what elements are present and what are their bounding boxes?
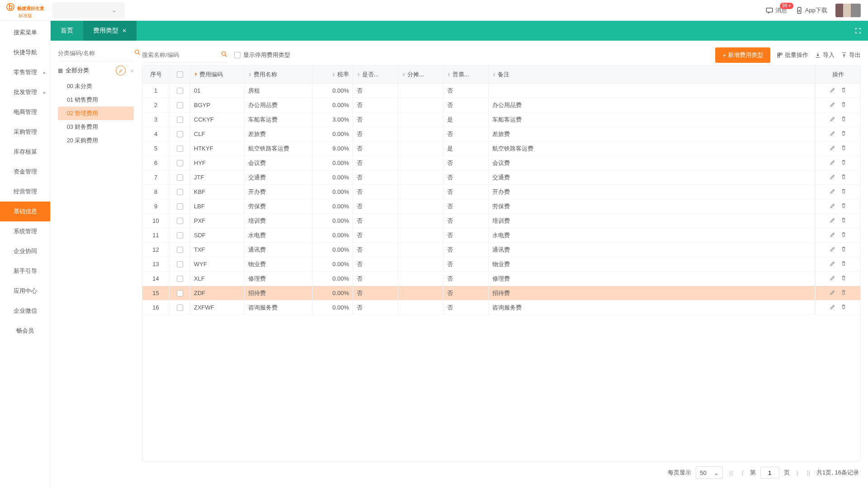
category-all-label[interactable]: 全部分类 — [66, 66, 113, 75]
sidebar-item[interactable]: 快捷导航 — [0, 42, 50, 62]
edit-row-button[interactable] — [830, 188, 836, 196]
table-row[interactable]: 15ZDF招待费0.00%否否招待费 — [142, 286, 860, 300]
cell-checkbox[interactable] — [170, 84, 190, 98]
show-disabled-checkbox[interactable]: 显示停用费用类型 — [234, 51, 290, 59]
sidebar-item[interactable]: 批发管理▸ — [0, 82, 50, 102]
edit-row-button[interactable] — [830, 246, 836, 253]
col-bool2[interactable]: ▲▼分摊... — [398, 66, 443, 83]
sidebar-item[interactable]: 经营管理 — [0, 182, 50, 202]
col-rate[interactable]: ▲▼税率 — [312, 66, 353, 83]
table-row[interactable]: 3CCKYF车船客运费3.00%否是车船客运费 — [142, 113, 860, 127]
table-row[interactable]: 6HYF会议费0.00%否否会议费 — [142, 156, 860, 170]
delete-row-button[interactable] — [840, 159, 847, 167]
edit-row-button[interactable] — [830, 260, 836, 268]
table-row[interactable]: 10PXF培训费0.00%否否培训费 — [142, 214, 860, 228]
edit-row-button[interactable] — [830, 202, 836, 210]
cell-checkbox[interactable] — [170, 300, 190, 314]
edit-row-button[interactable] — [830, 130, 836, 138]
table-row[interactable]: 16ZXFWF咨询服务费0.00%否否咨询服务费 — [142, 300, 860, 315]
last-page-button[interactable]: ⟩| — [805, 469, 812, 476]
messages-button[interactable]: 消息 99 + — [765, 6, 787, 14]
delete-row-button[interactable] — [840, 231, 847, 239]
cell-checkbox[interactable] — [170, 214, 190, 228]
delete-row-button[interactable] — [840, 275, 847, 282]
table-row[interactable]: 2BGYP办公用品费0.00%否否办公用品费 — [142, 98, 860, 113]
cell-checkbox[interactable] — [170, 156, 190, 170]
org-selector[interactable]: ⌄ — [52, 2, 125, 19]
next-page-button[interactable]: ⟩ — [794, 469, 800, 476]
edit-row-button[interactable] — [830, 101, 836, 109]
sidebar-item[interactable]: 搜索菜单 — [0, 23, 50, 42]
cell-checkbox[interactable] — [170, 286, 190, 300]
import-button[interactable]: 导入 — [815, 51, 835, 59]
edit-row-button[interactable] — [830, 159, 836, 167]
category-search-input[interactable] — [58, 50, 134, 56]
delete-row-button[interactable] — [840, 202, 847, 210]
cell-checkbox[interactable] — [170, 113, 190, 127]
sidebar-item[interactable]: 零售管理▸ — [0, 62, 50, 82]
edit-row-button[interactable] — [830, 174, 836, 181]
delete-row-button[interactable] — [840, 260, 847, 268]
sidebar-item[interactable]: 应用中心 — [0, 281, 50, 301]
sidebar-item[interactable]: 采购管理 — [0, 122, 50, 142]
delete-row-button[interactable] — [840, 116, 847, 123]
search-icon[interactable] — [221, 51, 228, 59]
delete-row-button[interactable] — [840, 217, 847, 225]
cell-checkbox[interactable] — [170, 243, 190, 257]
delete-row-button[interactable] — [840, 101, 847, 109]
edit-row-button[interactable] — [830, 304, 836, 311]
first-page-button[interactable]: |⟨ — [727, 469, 735, 476]
sidebar-item[interactable]: 畅会员 — [0, 321, 50, 341]
sidebar-item[interactable]: 资金管理 — [0, 162, 50, 182]
table-row[interactable]: 14XLF修理费0.00%否否修理费 — [142, 272, 860, 286]
table-row[interactable]: 9LBF劳保费0.00%否否劳保费 — [142, 199, 860, 214]
delete-row-button[interactable] — [840, 246, 847, 253]
edit-row-button[interactable] — [830, 231, 836, 239]
col-code[interactable]: ▲▼费用编码 — [190, 66, 245, 83]
delete-row-button[interactable] — [840, 289, 847, 297]
category-item[interactable]: 01 销售费用 — [58, 93, 134, 107]
table-row[interactable]: 5HTKYF航空铁路客运费9.00%否是航空铁路客运费 — [142, 141, 860, 156]
new-expense-type-button[interactable]: + 新增费用类型 — [715, 47, 770, 63]
app-download-button[interactable]: App下载 — [795, 6, 827, 14]
delete-row-button[interactable] — [840, 130, 847, 138]
edit-row-button[interactable] — [830, 116, 836, 123]
edit-row-button[interactable] — [830, 289, 836, 297]
edit-row-button[interactable] — [830, 275, 836, 282]
sidebar-item[interactable]: 系统管理 — [0, 221, 50, 241]
avatar[interactable] — [835, 4, 861, 17]
table-row[interactable]: 8KBF开办费0.00%否否开办费 — [142, 185, 860, 199]
sidebar-item[interactable]: 电商管理 — [0, 102, 50, 122]
page-input[interactable] — [760, 467, 779, 479]
sidebar-item[interactable]: 企业微信 — [0, 301, 50, 321]
per-page-select[interactable]: 50 ⌄ — [696, 466, 723, 479]
table-row[interactable]: 13WYF物业费0.00%否否物业费 — [142, 257, 860, 272]
export-button[interactable]: 导出 — [841, 51, 861, 59]
fullscreen-button[interactable] — [848, 21, 868, 41]
table-row[interactable]: 101房租0.00%否否 — [142, 84, 860, 98]
batch-ops-button[interactable]: 批量操作 — [777, 51, 808, 59]
category-edit-button[interactable] — [116, 66, 126, 75]
table-search-input[interactable] — [142, 52, 221, 58]
col-index[interactable]: 序号 — [142, 66, 170, 83]
table-row[interactable]: 12TXF通讯费0.00%否否通讯费 — [142, 243, 860, 257]
sidebar-item[interactable]: 企业协同 — [0, 241, 50, 261]
tab-home[interactable]: 首页 — [51, 21, 83, 41]
sidebar-item[interactable]: 库存核算 — [0, 142, 50, 162]
cell-checkbox[interactable] — [170, 185, 190, 199]
cell-checkbox[interactable] — [170, 141, 190, 155]
cell-checkbox[interactable] — [170, 199, 190, 213]
col-name[interactable]: ▲▼费用名称 — [245, 66, 312, 83]
cell-checkbox[interactable] — [170, 127, 190, 141]
table-row[interactable]: 7JTF交通费0.00%否否交通费 — [142, 170, 860, 185]
category-item[interactable]: 02 管理费用 — [58, 107, 134, 120]
edit-row-button[interactable] — [830, 145, 836, 152]
sidebar-item[interactable]: 基础信息 — [0, 202, 50, 221]
delete-row-button[interactable] — [840, 188, 847, 196]
cell-checkbox[interactable] — [170, 272, 190, 286]
edit-row-button[interactable] — [830, 87, 836, 94]
prev-page-button[interactable]: ⟨ — [740, 469, 745, 476]
delete-row-button[interactable] — [840, 87, 847, 94]
table-row[interactable]: 4CLF差旅费0.00%否否差旅费 — [142, 127, 860, 141]
sidebar-item[interactable]: 新手引导 — [0, 261, 50, 281]
